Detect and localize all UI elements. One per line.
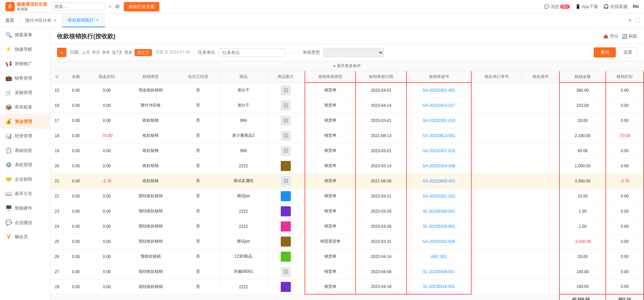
th-payment-terms: 收款条件 <box>522 71 559 83</box>
cell-bill-no[interactable]: SA-20230414-017 <box>407 98 471 113</box>
logo: 6 畅捷通谊好生意 标准版 <box>5 2 47 11</box>
sidebar-item-finance[interactable]: 💰 资金管理 <box>0 114 50 129</box>
date-custom-btn[interactable]: 自定义 <box>135 49 152 56</box>
date-opt-7days[interactable]: 近7天 <box>112 50 122 55</box>
settings-icon[interactable]: ⚙ <box>55 75 59 79</box>
cell-product-image: 🖼 <box>267 83 305 98</box>
cell-bill-no[interactable]: SA-20230301-010 <box>407 143 471 158</box>
bill-no-link[interactable]: SA-20230321-012 <box>423 194 455 199</box>
th-bill-date: 核销单据日期 <box>356 71 407 83</box>
bill-no-link[interactable]: SA-20230414-017 <box>423 103 455 108</box>
counterparty-input[interactable] <box>219 48 286 57</box>
th-discount: 核销折扣 <box>606 71 644 83</box>
bill-no-link[interactable]: SA-20230314-008 <box>423 164 455 168</box>
cell-bill-no[interactable]: SA-20230314-008 <box>407 158 471 173</box>
money-icon: 💰 <box>5 118 12 125</box>
cell-bill-no[interactable]: SL-20230328-002 <box>407 219 471 234</box>
sidebar-item-basic[interactable]: 📋 基础信息 <box>0 143 50 158</box>
search-input[interactable] <box>51 3 105 10</box>
cell-bill-type: 销货单 <box>305 173 356 188</box>
cell-id: 16 <box>50 98 64 113</box>
bill-no-link[interactable]: SA-20230301-001 <box>423 88 455 93</box>
sidebar-item-wechat[interactable]: 💬 企业微信 <box>0 215 50 230</box>
th-settings[interactable]: ⚙ <box>50 71 64 83</box>
cell-bill-no[interactable]: SL-20230408-001 <box>407 264 471 279</box>
cell-bill-no[interactable]: SA-20210813-001 <box>407 128 471 143</box>
user-name[interactable]: Rit <box>633 4 639 9</box>
industry-btn[interactable]: 体验行业方案 <box>124 2 159 11</box>
bill-no-link[interactable]: SL-20230328-001 <box>423 209 455 214</box>
cell-bill-no[interactable]: SA-20230301-001 <box>407 83 471 98</box>
cell-bill-no[interactable]: SA-20230301-010 <box>407 113 471 128</box>
tab-writeoff[interactable]: 收款核销执行 ✕ <box>62 13 105 27</box>
bill-no-link[interactable]: SL-20230418-001 <box>423 284 455 289</box>
cell-bill-no[interactable]: SL-20230328-001 <box>407 204 471 219</box>
cell-bill-no[interactable]: ABC-001 <box>407 249 471 264</box>
tab-prepay-close[interactable]: ✕ <box>53 18 57 23</box>
sidebar-label-collab: 企业协同 <box>15 176 32 182</box>
date-opt-more[interactable]: 更多 <box>124 50 132 55</box>
sidebar-item-collab[interactable]: 🤝 企业协同 <box>0 172 50 186</box>
page-title: 收款核销执行(按收款) <box>57 32 115 40</box>
cell-bill-type: 销货单 <box>305 83 356 98</box>
sidebar-item-search[interactable]: 🔍 搜索菜单 <box>0 28 50 42</box>
date-opt-this-month[interactable]: 本月 <box>92 50 100 55</box>
tab-expand-icon[interactable]: ⛶ <box>635 18 640 23</box>
online-service-btn[interactable]: 🎧 在线客服 <box>603 4 628 10</box>
bill-no-link[interactable]: SA-20230301-010 <box>423 148 455 153</box>
sidebar-item-sales[interactable]: 💼 销售管理 <box>0 71 50 85</box>
bill-no-link[interactable]: SA-20230301-010 <box>423 118 455 123</box>
filter-bar: » 日期 上月 本月 本年 近7天 更多 自定义 不限 至 2023-07-26… <box>50 44 644 61</box>
cell-bill-no[interactable]: SL-20230418-001 <box>407 279 471 294</box>
cell-bill-date: 2023-04-08 <box>356 264 407 279</box>
setting-btn[interactable]: 设置 <box>619 47 637 57</box>
sidebar-label-purchase: 采购管理 <box>15 90 32 96</box>
tab-prepay[interactable]: 预付冲应付单 ✕ <box>20 13 62 27</box>
filter-expand-btn[interactable]: » <box>57 48 66 57</box>
cell-include-settled: 否 <box>176 264 220 279</box>
sidebar-item-purchase[interactable]: 🛒 采购管理 <box>0 85 50 100</box>
cell-id: 24 <box>50 219 64 234</box>
bill-no-link[interactable]: SA-20210813-001 <box>423 133 455 138</box>
bill-no-link[interactable]: SL-20230408-001 <box>423 269 455 274</box>
sidebar-item-ops[interactable]: 📊 经营管理 <box>0 129 50 143</box>
bill-no-link[interactable]: SL-20230328-002 <box>423 224 455 229</box>
filter-sep2: | <box>298 50 299 55</box>
dropdown-arrow-icon[interactable]: ▾ <box>109 4 111 9</box>
cell-include-settled: 否 <box>176 249 220 264</box>
sidebar-item-marketing[interactable]: 📢 营销推广 <box>0 56 50 71</box>
cell-bill-type: 销货单 <box>305 128 356 143</box>
sidebar-item-system[interactable]: ⚙️ 系统管理 <box>0 158 50 172</box>
tab-home[interactable]: 首页 <box>0 13 20 27</box>
cell-amount: 360.00 <box>559 83 606 98</box>
refresh-btn[interactable]: 🔄 刷新 <box>622 33 637 39</box>
cell-bill-no[interactable]: SA-20230321-012 <box>407 188 471 204</box>
app-download-btn[interactable]: 📱 App下载 <box>575 4 598 10</box>
bill-no-link[interactable]: SA-20210808-001 <box>423 179 455 183</box>
cell-product-image <box>267 279 305 294</box>
cell-bill-no[interactable]: SA-20230331-026 <box>407 234 471 249</box>
sidebar-item-hardware[interactable]: 🖥️ 智能硬件 <box>0 201 50 215</box>
sidebar-item-member[interactable]: V 畅会员 <box>0 230 50 244</box>
sidebar-item-quick[interactable]: ⚡ 快捷导航 <box>0 42 50 56</box>
date-opt-last-month[interactable]: 上月 <box>82 50 90 55</box>
sidebar-item-inventory[interactable]: 📦 库存核算 <box>0 100 50 114</box>
bill-no-link[interactable]: ABC-001 <box>431 254 447 259</box>
sales-icon: 💼 <box>5 75 12 81</box>
query-btn[interactable]: 查询 <box>594 47 616 57</box>
page-header: 收款核销执行(按收款) 📤 导出 🔄 刷新 <box>50 28 644 44</box>
notice-btn[interactable]: 💬 消息 99+ <box>544 4 570 10</box>
tab-close-all-icon[interactable]: ✕ <box>628 18 632 23</box>
expand-more-btn[interactable]: ▾ 展开更多条件 <box>333 63 361 69</box>
bill-type-select[interactable]: 销货单 销货退货单 <box>323 48 384 57</box>
handshake-icon: 🤝 <box>5 176 12 182</box>
tab-writeoff-close[interactable]: ✕ <box>96 18 99 23</box>
sidebar-item-guide[interactable]: 📖 新手引导 <box>0 186 50 201</box>
date-opt-this-year[interactable]: 本年 <box>102 50 110 55</box>
gear-icon[interactable]: ⚙ <box>115 3 120 10</box>
bill-no-link[interactable]: SA-20230331-026 <box>423 239 455 244</box>
cell-bill-no[interactable]: SA-20210808-001 <box>407 173 471 188</box>
tab-bar: 首页 预付冲应付单 ✕ 收款核销执行 ✕ ✕ ⛶ <box>0 13 644 28</box>
cell-bill-type: 销货单 <box>305 113 356 128</box>
export-btn[interactable]: 📤 导出 <box>603 33 619 39</box>
